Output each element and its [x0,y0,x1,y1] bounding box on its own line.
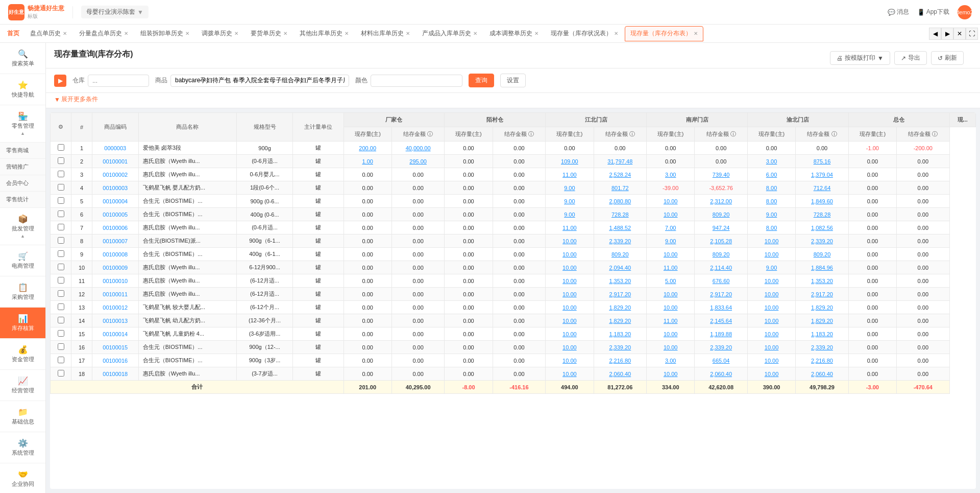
cell-checkbox[interactable] [51,327,71,341]
tab-item[interactable]: 调拨单历史✕ [196,26,244,41]
cell-checkbox[interactable] [51,142,71,155]
cell-value[interactable]: -39.00 [663,185,678,191]
cell-value[interactable]: 10.00 [562,278,577,284]
cell-value[interactable]: 10.00 [562,331,577,337]
color-input[interactable] [371,75,462,87]
cell-code[interactable]: 00100007 [92,234,138,248]
tab-close-icon[interactable]: ✕ [694,31,698,36]
cell-value[interactable]: 9.00 [766,265,777,271]
cell-value[interactable]: 2,339.20 [811,344,833,350]
cell-value[interactable]: 1,082.56 [811,225,833,231]
industry-selector[interactable]: 母婴行业演示陈套 ▼ [81,6,149,18]
cell-code[interactable]: 00100006 [92,221,138,234]
cell-checkbox[interactable] [51,181,71,195]
cell-value[interactable]: 809.20 [713,251,730,257]
cell-checkbox[interactable] [51,288,71,301]
cell-value[interactable]: 2,339.20 [609,344,631,350]
cell-value[interactable]: 8.00 [766,198,777,204]
warehouse-input[interactable] [88,75,149,87]
cell-value[interactable]: 5.00 [665,278,676,284]
cell-value[interactable]: 10.00 [562,358,577,364]
tab-close-icon[interactable]: ✕ [614,31,618,36]
sidebar-item-ecommerce[interactable]: 🛒电商管理 [0,245,45,276]
cell-checkbox[interactable] [51,168,71,181]
expand-more-btn[interactable]: ▼ 展开更多条件 [54,95,972,104]
cell-value[interactable]: 1,849.60 [811,198,833,204]
cell-value[interactable]: 2,528.24 [609,172,631,178]
cell-value[interactable]: 947.24 [713,225,730,231]
cell-value[interactable]: 10.00 [562,238,577,244]
cell-value[interactable]: 9.00 [766,212,777,218]
cell-value[interactable]: 728.28 [611,212,629,218]
cell-checkbox[interactable] [51,195,71,208]
tab-close-icon[interactable]: ✕ [63,31,67,36]
cell-value[interactable]: 3.00 [766,158,777,165]
cell-value[interactable]: 9.00 [564,198,575,204]
cell-code[interactable]: 00100001 [92,155,138,168]
sidebar-item-inventory[interactable]: 📊库存核算 [0,308,45,339]
sidebar-sub-item-retail-stat[interactable]: 零售统计 [0,192,45,208]
cell-code[interactable]: 00100002 [92,168,138,181]
cell-value[interactable]: 31,797.48 [607,158,632,165]
cell-value[interactable]: 2,917.20 [811,291,833,297]
tab-close-icon[interactable]: ✕ [124,31,128,36]
cell-value[interactable]: 10.00 [562,251,577,257]
tab-item[interactable]: 组装拆卸单历史✕ [135,26,195,41]
cell-value[interactable]: 10.00 [562,371,577,377]
tab-item[interactable]: 现存量（库存状况表）✕ [545,26,624,41]
tab-item[interactable]: 产成品入库单历史✕ [416,26,483,41]
sidebar-item-basic[interactable]: 📁基础信息 [0,401,45,432]
cell-value[interactable]: 728.28 [814,212,831,218]
cell-value[interactable]: 3.00 [665,172,676,178]
query-button[interactable]: 查询 [469,74,494,87]
cell-value[interactable]: 10.00 [765,291,779,297]
cell-checkbox[interactable] [51,301,71,314]
cell-code[interactable]: 00100005 [92,208,138,221]
cell-value[interactable]: 676.60 [713,278,730,284]
cell-value[interactable]: 10.00 [664,371,678,377]
tab-fullscreen[interactable]: ⛶ [966,28,978,40]
avatar[interactable]: demo2 [958,5,972,19]
cell-value[interactable]: 2,060.40 [811,371,833,377]
cell-checkbox[interactable] [51,208,71,221]
cell-value[interactable]: 1,829.20 [811,304,833,311]
tab-item[interactable]: 材料出库单历史✕ [355,26,415,41]
cell-value[interactable]: 2,060.40 [710,371,732,377]
cell-code[interactable]: 00100004 [92,195,138,208]
cell-value[interactable]: 2,917.20 [609,291,631,297]
cell-checkbox[interactable] [51,261,71,274]
cell-checkbox[interactable] [51,221,71,234]
cell-value[interactable]: 10.00 [562,291,577,297]
cell-code[interactable]: 00100018 [92,367,138,381]
cell-value[interactable]: -200.00 [914,145,933,151]
cell-code[interactable]: 00100003 [92,181,138,195]
tab-home[interactable]: 首页 [2,29,24,38]
sidebar-item-finance[interactable]: 💰资金管理 [0,339,45,370]
cell-code[interactable]: 00100015 [92,341,138,354]
cell-value[interactable]: 7.00 [665,225,676,231]
cell-code[interactable]: 00100016 [92,354,138,367]
cell-value[interactable]: 2,339.20 [710,344,732,350]
tab-item[interactable]: 盘点单历史✕ [24,26,72,41]
cell-value[interactable]: 1,829.20 [609,304,631,311]
cell-value[interactable]: -3,652.76 [709,185,732,191]
cell-value[interactable]: 1,379.04 [811,172,833,178]
cell-value[interactable]: 11.00 [562,225,577,231]
cell-value[interactable]: 875.16 [814,158,831,165]
cell-value[interactable]: 2,216.80 [609,358,631,364]
cell-checkbox[interactable] [51,155,71,168]
tab-item[interactable]: 成本调整单历史✕ [484,26,544,41]
cell-value[interactable]: 2,060.40 [609,371,631,377]
cell-value[interactable]: 1,829.20 [609,318,631,324]
cell-value[interactable]: 712.64 [814,185,831,191]
app-download-link[interactable]: 📱 App下载 [917,8,949,16]
cell-value[interactable]: 2,114.40 [710,265,732,271]
cell-code[interactable]: 00100010 [92,274,138,288]
sidebar-sub-item-marketing[interactable]: 营销推广 [0,159,45,175]
cell-value[interactable]: 809.20 [611,251,629,257]
cell-value[interactable]: 809.20 [713,212,730,218]
cell-value[interactable]: 10.00 [562,304,577,311]
cell-value[interactable]: 10.00 [765,238,779,244]
refresh-button[interactable]: ↺ 刷新 [931,51,964,65]
cell-value[interactable]: 2,339.20 [609,238,631,244]
